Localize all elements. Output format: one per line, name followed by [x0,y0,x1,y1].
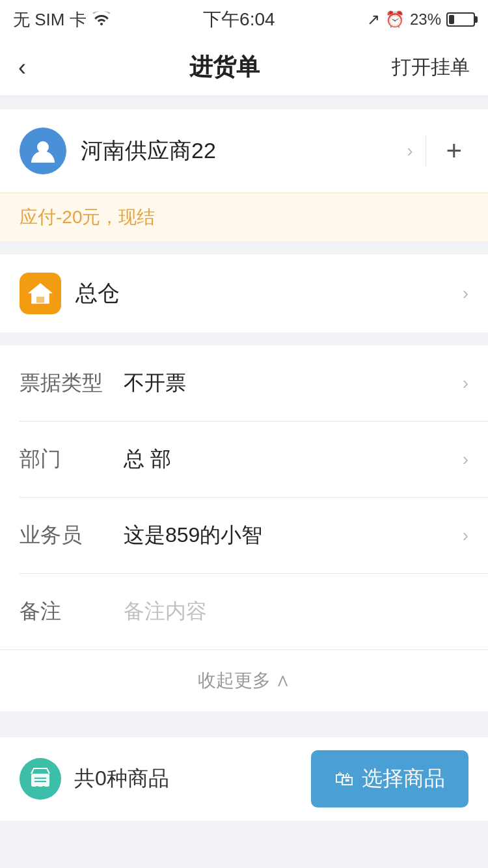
section-gap-3 [0,332,488,346]
supplier-section: 河南供应商22 › + 应付-20元，现结 [0,109,488,241]
section-gap-2 [0,241,488,254]
section-gap-1 [0,96,488,109]
location-icon: ↗ [367,10,380,29]
carrier-label: 无 SIM 卡 [13,8,87,31]
supplier-chevron-icon: › [407,141,413,161]
sales-row[interactable]: 业务员 这是859的小智 › [0,498,488,573]
alarm-icon: ⏰ [385,10,405,29]
warehouse-name: 总仓 [75,278,463,308]
sales-chevron-icon: › [463,525,468,546]
cart-icon [29,767,52,791]
wifi-icon [92,10,111,30]
warehouse-chevron-icon: › [463,283,468,304]
nav-bar: ‹ 进货单 打开挂单 [0,39,488,96]
warehouse-section: 总仓 › [0,254,488,332]
user-icon [29,137,57,165]
supplier-divider [426,135,426,167]
status-bar-time: 下午6:04 [203,7,275,32]
section-gap-4 [0,711,488,724]
form-section: 票据类型 不开票 › 部门 总 部 › 业务员 这是859的小智 › 备注 备注… [0,346,488,711]
battery-indicator [446,12,475,27]
select-product-icon: 🛍 [334,768,354,790]
open-pending-button[interactable]: 打开挂单 [392,54,470,81]
bottom-bar: 共0种商品 🛍 选择商品 [0,737,488,821]
remark-input[interactable]: 备注内容 [111,597,468,626]
svg-rect-2 [36,297,44,303]
remark-row[interactable]: 备注 备注内容 [0,574,488,649]
select-product-label: 选择商品 [362,765,445,793]
invoice-value: 不开票 [111,369,463,398]
dept-row[interactable]: 部门 总 部 › [0,422,488,497]
dept-chevron-icon: › [463,449,468,470]
status-bar: 无 SIM 卡 下午6:04 ↗ ⏰ 23% [0,0,488,39]
back-button[interactable]: ‹ [18,54,57,81]
page-title: 进货单 [189,51,260,83]
add-supplier-button[interactable]: + [439,135,468,167]
supplier-row[interactable]: 河南供应商22 › + [0,109,488,193]
dept-value: 总 部 [111,445,463,474]
invoice-label: 票据类型 [20,369,111,398]
collapse-row[interactable]: 收起更多 ∧ [0,649,488,711]
svg-point-5 [42,786,46,790]
sales-label: 业务员 [20,521,111,550]
invoice-row[interactable]: 票据类型 不开票 › [0,346,488,421]
dept-label: 部门 [20,445,111,474]
svg-point-4 [35,786,39,790]
status-bar-left: 无 SIM 卡 [13,8,111,31]
page-footer [0,821,488,868]
supplier-name: 河南供应商22 [81,136,407,166]
invoice-chevron-icon: › [463,373,468,394]
notice-bar: 应付-20元，现结 [0,193,488,241]
supplier-avatar [20,128,66,174]
status-bar-right: ↗ ⏰ 23% [367,10,475,29]
product-count-label: 共0种商品 [74,765,311,793]
select-product-button[interactable]: 🛍 选择商品 [311,750,468,807]
warehouse-row[interactable]: 总仓 › [0,254,488,332]
warehouse-icon [20,273,61,314]
home-icon [28,281,53,306]
collapse-label[interactable]: 收起更多 ∧ [198,668,291,693]
svg-rect-3 [31,774,49,787]
product-icon [20,758,61,800]
notice-text: 应付-20元，现结 [20,207,155,227]
remark-label: 备注 [20,597,111,626]
sales-value: 这是859的小智 [111,521,463,550]
battery-percent: 23% [410,10,441,29]
